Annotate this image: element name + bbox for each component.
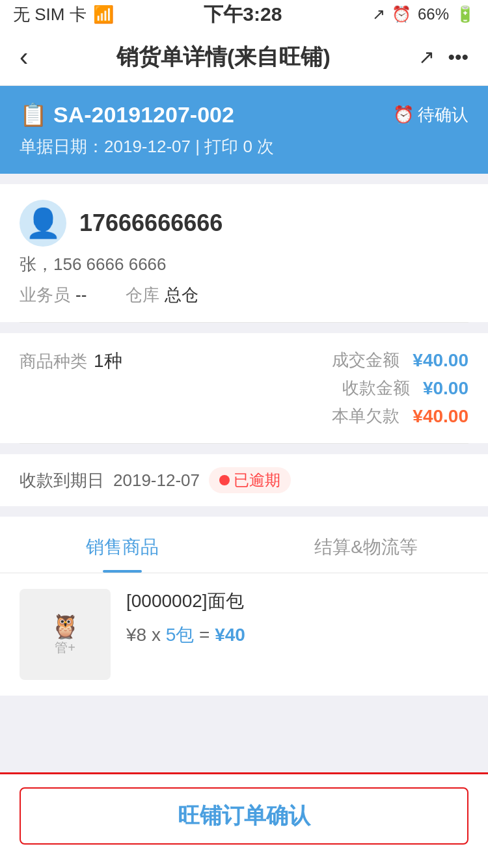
price-text: ¥8 x [126,625,166,645]
order-status: ⏰ 待确认 [393,103,468,126]
confirm-order-button[interactable]: 旺铺订单确认 [20,787,468,845]
owed-row: 本单欠款 ¥40.00 [332,405,468,427]
tabs-row: 销售商品 结算&物流等 [0,517,488,573]
nav-bar: ‹ 销货单详情(来自旺铺) ↗ ••• [0,29,488,86]
summary-row: 商品种类 1种 成交金额 ¥40.00 收款金额 ¥0.00 本单欠款 ¥40.… [20,349,468,427]
customer-section: 👤 17666666666 张，156 6666 6666 业务员 -- 仓库 … [0,184,488,322]
customer-meta: 业务员 -- 仓库 总仓 [20,284,468,306]
avatar: 👤 [20,200,66,247]
warehouse-item: 仓库 总仓 [126,284,198,306]
overdue-dot-icon [219,475,230,485]
owed-value: ¥40.00 [413,406,468,427]
transaction-value: ¥40.00 [413,350,468,371]
location-icon: ↗ [372,5,385,23]
order-id: 📋 SA-20191207-002 [20,102,234,128]
product-section: 🦉 管+ [0000002]面包 ¥8 x 5包 = ¥40 [0,573,488,696]
overdue-text: 已逾期 [234,470,280,491]
order-header-top: 📋 SA-20191207-002 ⏰ 待确认 [20,102,468,128]
receipt-label: 收款金额 [342,377,410,400]
product-logo-icon: 🦉 管+ [51,615,80,654]
tabs-section: 销售商品 结算&物流等 🦉 管+ [0000002]面包 ¥8 x 5包 = ¥… [0,517,488,696]
order-icon: 📋 [20,102,47,128]
salesperson-value: -- [75,285,87,305]
divider-2 [20,443,468,444]
status-bar-time: 下午3:28 [204,1,282,28]
product-price: ¥8 x 5包 = ¥40 [126,623,468,647]
product-info: [0000002]面包 ¥8 x 5包 = ¥40 [126,589,468,647]
customer-sub-info: 张，156 6666 6666 [20,253,468,276]
receipt-row: 收款金额 ¥0.00 [342,377,468,400]
order-date: 单据日期：2019-12-07 | 打印 0 次 [20,135,468,158]
warehouse-value: 总仓 [165,284,198,306]
tab-sales-products[interactable]: 销售商品 [0,517,244,573]
page-title: 销货单详情(来自旺铺) [116,42,331,72]
battery-icon: 🔋 [455,5,475,23]
bottom-bar: 旺铺订单确认 [0,772,488,868]
carrier-text: 无 SIM 卡 [13,3,87,26]
avatar-icon: 👤 [25,206,61,240]
share-icon[interactable]: ↗ [418,46,435,68]
warehouse-label: 仓库 [126,284,159,306]
nav-bar-right: ↗ ••• [418,46,468,68]
tab-settlement-logistics[interactable]: 结算&物流等 [244,517,488,573]
more-icon[interactable]: ••• [448,46,468,68]
receipt-value: ¥0.00 [423,378,468,399]
product-thumbnail: 🦉 管+ [20,589,111,680]
product-qty: 5包 [166,625,195,645]
amounts-group: 成交金额 ¥40.00 收款金额 ¥0.00 本单欠款 ¥40.00 [332,349,468,427]
product-name: [0000002]面包 [126,589,468,614]
back-button[interactable]: ‹ [20,42,28,72]
product-types-label: 商品种类 [20,350,87,373]
customer-top: 👤 17666666666 [20,200,468,247]
salesperson-label: 业务员 [20,284,70,306]
battery-text: 66% [418,5,449,23]
nav-bar-left: ‹ [20,42,28,72]
due-section: 收款到期日 2019-12-07 已逾期 [0,454,488,506]
product-types-value: 1种 [94,349,122,373]
order-header: 📋 SA-20191207-002 ⏰ 待确认 单据日期：2019-12-07 … [0,86,488,174]
alarm-icon: ⏰ [392,5,411,23]
product-total: ¥40 [215,625,245,645]
summary-section: 商品种类 1种 成交金额 ¥40.00 收款金额 ¥0.00 本单欠款 ¥40.… [0,333,488,443]
status-bar-left: 无 SIM 卡 📶 [13,3,114,26]
customer-phone: 17666666666 [79,210,223,237]
clock-icon: ⏰ [393,105,414,125]
owed-label: 本单欠款 [332,405,400,427]
separator-text: = [194,625,215,645]
status-bar: 无 SIM 卡 📶 下午3:28 ↗ ⏰ 66% 🔋 [0,0,488,29]
overdue-badge: 已逾期 [209,467,291,493]
transaction-label: 成交金额 [332,349,400,372]
status-bar-right: ↗ ⏰ 66% 🔋 [372,5,475,23]
due-label: 收款到期日 [20,469,104,492]
due-date-value: 2019-12-07 [113,470,200,491]
wifi-icon: 📶 [93,5,114,25]
divider-1 [20,322,468,323]
table-row: 🦉 管+ [0000002]面包 ¥8 x 5包 = ¥40 [20,589,468,680]
product-types-group: 商品种类 1种 [20,349,122,373]
transaction-row: 成交金额 ¥40.00 [332,349,468,372]
salesperson-item: 业务员 -- [20,284,87,306]
